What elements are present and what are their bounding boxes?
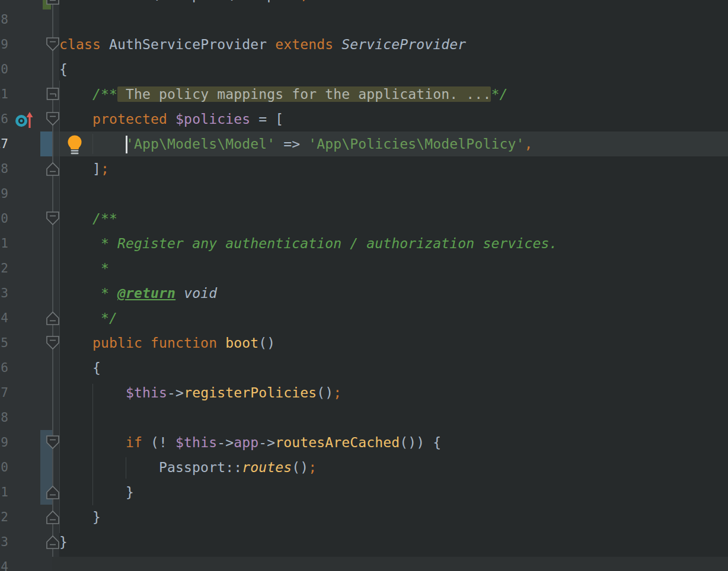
- code-token: Passport::: [59, 460, 242, 475]
- code-token: protected: [92, 111, 167, 127]
- override-up-icon[interactable]: [15, 111, 34, 129]
- code-line[interactable]: ];: [52, 156, 728, 181]
- line-number[interactable]: 27: [0, 380, 8, 405]
- code-token: *: [101, 261, 109, 276]
- line-number[interactable]: 25: [0, 331, 8, 355]
- code-line[interactable]: if (! $this->app->routesAreCached()) {: [52, 430, 728, 455]
- code-token: AuthServiceProvider: [101, 37, 275, 52]
- folded-comment-chip[interactable]: The policy mappings for the application.…: [117, 86, 491, 102]
- code-token: [59, 261, 101, 276]
- code-line[interactable]: }: [52, 480, 728, 505]
- line-number[interactable]: 24: [0, 306, 8, 331]
- line-number[interactable]: 8: [0, 7, 8, 32]
- line-number[interactable]: 30: [0, 455, 8, 480]
- code-token: (): [292, 460, 308, 475]
- code-line[interactable]: {: [52, 57, 728, 82]
- code-editor: 7891011161718192021222324252627282930313…: [0, 0, 728, 571]
- code-line[interactable]: /** The policy mappings for the applicat…: [52, 82, 728, 107]
- line-number[interactable]: 29: [0, 430, 8, 455]
- code-line[interactable]: $this->registerPolicies();: [52, 380, 728, 405]
- line-number[interactable]: 28: [0, 405, 8, 430]
- code-token: */: [101, 310, 117, 326]
- line-number[interactable]: 21: [0, 231, 8, 256]
- code-line[interactable]: * @return void: [52, 281, 728, 306]
- code-token: [59, 310, 101, 326]
- code-token: ]: [59, 161, 101, 177]
- code-line[interactable]: Passport::routes();: [52, 455, 728, 480]
- code-token: registerPolicies: [184, 385, 317, 400]
- code-token: }: [59, 485, 134, 500]
- code-line[interactable]: }: [52, 530, 728, 554]
- code-token: /**: [92, 211, 117, 226]
- code-token: ;: [308, 460, 317, 475]
- line-number[interactable]: 18: [0, 156, 8, 181]
- line-number[interactable]: 16: [0, 107, 8, 131]
- code-line[interactable]: [52, 405, 728, 430]
- line-number[interactable]: 20: [0, 206, 8, 231]
- code-token: Laravel\Passport\Passport: [84, 0, 300, 2]
- code-token: [59, 435, 126, 450]
- code-token: public function: [92, 335, 217, 351]
- hscrollbar-track[interactable]: [52, 557, 728, 571]
- code-token: $this: [175, 435, 217, 450]
- line-number[interactable]: 33: [0, 530, 8, 554]
- code-token: ()) {: [400, 435, 441, 450]
- line-number[interactable]: 17: [0, 131, 8, 156]
- code-line[interactable]: [52, 181, 728, 206]
- code-token: [59, 236, 101, 251]
- code-line[interactable]: /**: [52, 206, 728, 231]
- line-number[interactable]: 26: [0, 355, 8, 380]
- code-token: ;: [300, 0, 308, 2]
- code-token: void: [175, 286, 217, 301]
- code-token: class: [59, 37, 101, 52]
- code-line[interactable]: class AuthServiceProvider extends Servic…: [52, 32, 728, 57]
- code-token: }: [59, 509, 101, 525]
- line-number[interactable]: 22: [0, 256, 8, 281]
- code-token: [59, 286, 101, 301]
- code-line[interactable]: public function boot(): [52, 331, 728, 355]
- code-token: 'App\Policies\ModelPolicy': [308, 136, 524, 152]
- line-number[interactable]: 11: [0, 82, 8, 107]
- code-token: [59, 211, 92, 226]
- line-number[interactable]: 9: [0, 32, 8, 57]
- line-number[interactable]: 7: [0, 0, 8, 7]
- code-line[interactable]: * Register any authentication / authoriz…: [52, 231, 728, 256]
- line-number[interactable]: 19: [0, 181, 8, 206]
- code-line[interactable]: {: [52, 355, 728, 380]
- code-token: {: [59, 360, 101, 376]
- code-token: use: [59, 0, 84, 2]
- code-line[interactable]: [52, 7, 728, 32]
- line-number[interactable]: 34: [0, 554, 8, 571]
- code-line[interactable]: }: [52, 505, 728, 530]
- intention-bulb-icon[interactable]: [67, 134, 82, 156]
- code-token: ,: [524, 136, 532, 152]
- code-token: ->: [258, 435, 275, 450]
- code-line[interactable]: protected $policies = [: [52, 107, 728, 131]
- code-token: (!: [142, 435, 175, 450]
- code-token: [59, 111, 92, 127]
- code-line[interactable]: 'App\Models\Model' => 'App\Policies\Mode…: [52, 131, 728, 156]
- caret: [126, 136, 127, 153]
- code-line[interactable]: use Laravel\Passport\Passport;: [52, 0, 728, 7]
- code-token: ->: [217, 435, 234, 450]
- code-line[interactable]: *: [52, 256, 728, 281]
- code-token: if: [126, 435, 142, 450]
- code-token: $policies: [167, 111, 250, 127]
- line-number[interactable]: 31: [0, 480, 8, 505]
- code-token: ->: [167, 385, 184, 400]
- line-number[interactable]: 23: [0, 281, 8, 306]
- code-line[interactable]: */: [52, 306, 728, 331]
- code-token: (): [258, 335, 275, 351]
- code-token: extends: [275, 37, 333, 52]
- code-token: app: [234, 435, 258, 450]
- code-token: /**: [92, 86, 117, 102]
- line-number[interactable]: 10: [0, 57, 8, 82]
- line-number[interactable]: 32: [0, 505, 8, 530]
- code-token: routesAreCached: [275, 435, 400, 450]
- code-token: $this: [126, 385, 167, 400]
- code-token: }: [59, 534, 68, 550]
- code-token: [217, 335, 225, 351]
- code-token: @return: [117, 286, 175, 301]
- code-token: [59, 335, 92, 351]
- code-token: ;: [333, 385, 341, 400]
